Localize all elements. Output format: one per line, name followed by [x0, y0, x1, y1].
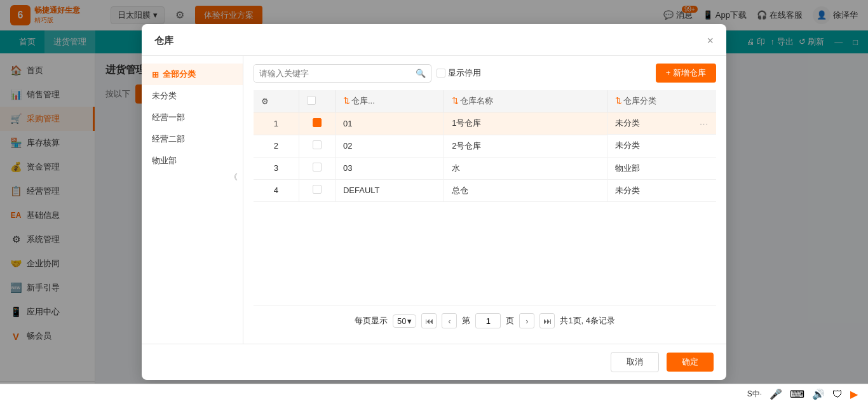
bottom-bar: S中· 🎤 ⌨ 🔊 🛡 ▶	[0, 384, 868, 404]
row-checkbox[interactable]	[313, 118, 322, 127]
chevron-down-icon: ▾	[407, 316, 412, 326]
modal-right-panel: 🔍 显示停用 + 新增仓库 ⚙	[243, 56, 726, 344]
sort-icon: ⇅	[343, 96, 350, 105]
row-num: 4	[254, 179, 299, 201]
modal-body: ⊞ 全部分类 未分类 经营一部 经营二部 物业部 《	[142, 56, 726, 344]
row-name: 总仓	[444, 179, 607, 201]
shield-icon[interactable]: 🛡	[832, 389, 843, 400]
next-page-button[interactable]: ›	[519, 313, 534, 328]
row-name: 2号仓库	[444, 135, 607, 157]
row-checkbox-cell	[299, 112, 335, 135]
row-name: 1号仓库	[444, 112, 607, 135]
modal-left-panel: ⊞ 全部分类 未分类 经营一部 经营二部 物业部 《	[142, 56, 243, 344]
left-collapse-button[interactable]: 《	[142, 172, 243, 188]
sort-icon-name: ⇅	[452, 96, 459, 105]
volume-icon[interactable]: 🔊	[812, 388, 825, 400]
page-label-after: 页	[506, 315, 514, 327]
first-page-button[interactable]: ⏮	[421, 313, 437, 328]
category-property-label: 物业部	[152, 155, 177, 166]
search-input[interactable]	[254, 65, 410, 82]
category-ops2-label: 经营二部	[152, 133, 185, 145]
row-checkbox[interactable]	[313, 140, 322, 149]
sort-icon-cat: ⇅	[615, 96, 622, 105]
row-code: 03	[335, 157, 444, 179]
warehouse-table: ⚙ ⇅仓库... ⇅仓库名称	[254, 90, 716, 202]
table-row[interactable]: 4 DEFAULT 总仓 未分类	[254, 179, 716, 201]
modal-header: 仓库 ×	[142, 24, 726, 56]
row-name: 水	[444, 157, 607, 179]
category-property[interactable]: 物业部	[142, 150, 243, 172]
row-num: 2	[254, 135, 299, 157]
category-ops1-label: 经营一部	[152, 112, 185, 123]
per-page-label: 每页显示	[355, 315, 388, 327]
th-category[interactable]: ⇅仓库分类	[607, 90, 716, 112]
mic-icon[interactable]: 🎤	[770, 388, 782, 400]
add-warehouse-button[interactable]: + 新增仓库	[656, 64, 716, 83]
header-checkbox[interactable]	[307, 96, 316, 105]
row-num: 3	[254, 157, 299, 179]
row-checkbox-cell	[299, 179, 335, 201]
total-records-label: 共1页, 4条记录	[560, 315, 615, 327]
category-unclassified[interactable]: 未分类	[142, 85, 243, 107]
row-checkbox[interactable]	[313, 163, 322, 172]
confirm-button[interactable]: 确定	[667, 353, 714, 372]
ime-indicator: S中·	[747, 389, 762, 400]
keyboard-icon[interactable]: ⌨	[790, 388, 804, 400]
row-category: 物业部	[607, 157, 716, 179]
page-label-before: 第	[462, 315, 470, 327]
show-disabled-toggle[interactable]: 显示停用	[437, 67, 481, 79]
table-header-row: ⚙ ⇅仓库... ⇅仓库名称	[254, 90, 716, 112]
category-ops2[interactable]: 经营二部	[142, 128, 243, 150]
row-num: 1	[254, 112, 299, 135]
row-category: 未分类	[607, 179, 716, 201]
row-checkbox[interactable]	[313, 185, 322, 194]
row-checkbox-cell	[299, 135, 335, 157]
table-row[interactable]: 1 01 1号仓库 未分类 ···	[254, 112, 716, 135]
gear-icon: ⚙	[261, 97, 269, 106]
modal-search-bar: 🔍 显示停用 + 新增仓库	[254, 64, 716, 83]
search-icon[interactable]: 🔍	[410, 69, 431, 78]
table-body: 1 01 1号仓库 未分类 ··· 2	[254, 112, 716, 202]
row-category: 未分类 ···	[607, 112, 716, 135]
pagination: 每页显示 50 ▾ ⏮ ‹ 第 页 › ⏭ 共1页, 4条记录	[254, 305, 716, 336]
play-icon[interactable]: ▶	[850, 388, 858, 400]
table-row[interactable]: 2 02 2号仓库 未分类	[254, 135, 716, 157]
row-code: 01	[335, 112, 444, 135]
prev-page-button[interactable]: ‹	[442, 313, 457, 328]
th-checkbox	[299, 90, 335, 112]
modal-overlay[interactable]: 仓库 × ⊞ 全部分类 未分类 经营一部 经营二部	[0, 0, 868, 404]
show-disabled-checkbox[interactable]	[437, 69, 445, 77]
th-settings: ⚙	[254, 90, 299, 112]
grid-icon: ⊞	[152, 70, 159, 79]
row-checkbox-cell	[299, 157, 335, 179]
category-all[interactable]: ⊞ 全部分类	[142, 64, 243, 85]
search-input-wrap: 🔍	[254, 64, 431, 83]
th-name[interactable]: ⇅仓库名称	[444, 90, 607, 112]
page-number-input[interactable]	[475, 313, 501, 328]
modal-close-button[interactable]: ×	[707, 34, 714, 48]
category-all-label: 全部分类	[163, 69, 196, 80]
row-code: 02	[335, 135, 444, 157]
th-code[interactable]: ⇅仓库...	[335, 90, 444, 112]
modal-footer: 取消 确定	[142, 344, 726, 380]
row-category: 未分类	[607, 135, 716, 157]
last-page-button[interactable]: ⏭	[539, 313, 555, 328]
table-row[interactable]: 3 03 水 物业部	[254, 157, 716, 179]
table-header: ⚙ ⇅仓库... ⇅仓库名称	[254, 90, 716, 112]
per-page-select[interactable]: 50 ▾	[393, 314, 416, 328]
cancel-button[interactable]: 取消	[611, 352, 659, 372]
category-unclassified-label: 未分类	[152, 90, 177, 102]
warehouse-modal: 仓库 × ⊞ 全部分类 未分类 经营一部 经营二部	[142, 24, 726, 380]
row-code: DEFAULT	[335, 179, 444, 201]
row-actions[interactable]: ···	[700, 119, 709, 128]
modal-title: 仓库	[154, 35, 173, 47]
category-ops1[interactable]: 经营一部	[142, 107, 243, 128]
